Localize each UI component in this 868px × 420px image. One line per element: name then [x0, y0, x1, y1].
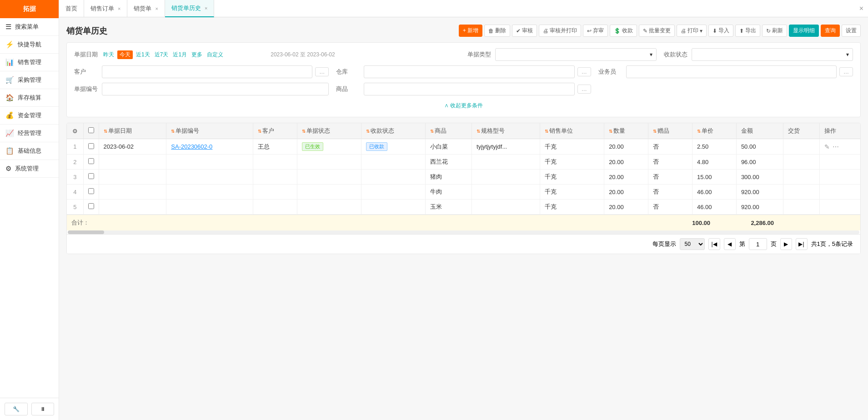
goods-ellipsis[interactable]: … — [577, 85, 591, 94]
cell-sales-unit: 千克 — [540, 200, 604, 215]
tab-sales-order-close[interactable]: × — [118, 6, 120, 11]
sidebar-item-ops[interactable]: 📈 经营管理 — [0, 125, 59, 142]
edit-action-icon[interactable]: ✎ — [824, 143, 830, 150]
new-button[interactable]: + 新增 — [459, 25, 482, 37]
col-quantity[interactable]: ⇅数量 — [604, 123, 648, 139]
sidebar-footer-btn1[interactable]: 🔧 — [5, 403, 28, 415]
scrollbar-thumb[interactable] — [68, 230, 104, 234]
tab-sales-delivery[interactable]: 销货单 × — [127, 0, 165, 17]
warehouse-ellipsis[interactable]: … — [577, 67, 591, 76]
review-print-button[interactable]: 🖨 审核并打印 — [539, 25, 581, 37]
page-input[interactable] — [749, 238, 767, 250]
cell-gift: 否 — [648, 185, 692, 200]
per-page-select[interactable]: 50 100 200 — [680, 238, 705, 250]
first-page-btn[interactable]: |◀ — [708, 238, 720, 250]
sidebar-item-sys-mgmt[interactable]: ⚙ 系统管理 — [0, 160, 59, 178]
shortcut-more[interactable]: 更多 — [190, 50, 204, 59]
filter-date-range: 2023-06-02 至 2023-06-02 — [271, 51, 460, 59]
col-unit-price[interactable]: ⇅单价 — [692, 123, 736, 139]
show-detail-button[interactable]: 显示明细 — [789, 25, 819, 37]
tab-sales-delivery-close[interactable]: × — [155, 6, 158, 11]
salesperson-ellipsis[interactable]: … — [839, 67, 853, 76]
settings-button[interactable]: 设置 — [842, 25, 861, 37]
col-date[interactable]: ⇅单据日期 — [99, 123, 166, 139]
shortcut-today[interactable]: 今天 — [117, 50, 133, 59]
doc-no-link[interactable]: SA-20230602-0 — [171, 143, 212, 150]
review-button[interactable]: ✔ 审核 — [512, 25, 537, 37]
row-checkbox[interactable] — [88, 143, 94, 149]
refresh-icon: ↻ — [766, 28, 771, 34]
prev-page-btn[interactable]: ◀ — [724, 238, 736, 250]
more-action-icon[interactable]: ⋯ — [833, 143, 839, 150]
customer-ellipsis[interactable]: … — [315, 67, 329, 76]
shortcut-1month[interactable]: 近1月 — [171, 50, 188, 59]
cell-checkbox[interactable] — [83, 185, 99, 200]
tab-home[interactable]: 首页 — [59, 0, 84, 17]
next-page-btn[interactable]: ▶ — [780, 238, 792, 250]
cell-amount: 300.00 — [736, 170, 783, 185]
payment-status-select[interactable]: ▾ — [692, 48, 853, 61]
export-button[interactable]: ⬆ 导出 — [735, 25, 760, 37]
row-checkbox[interactable] — [88, 188, 94, 194]
customer-input[interactable] — [102, 65, 312, 78]
col-checkbox[interactable] — [83, 123, 99, 139]
shortcut-custom[interactable]: 自定义 — [206, 50, 225, 59]
col-sales-unit[interactable]: ⇅销售单位 — [540, 123, 604, 139]
cell-customer — [253, 200, 297, 215]
tab-close-all[interactable]: × — [855, 5, 868, 13]
batch-change-button[interactable]: ✎ 批量变更 — [639, 25, 675, 37]
col-goods[interactable]: ⇅商品 — [426, 123, 472, 139]
row-checkbox[interactable] — [88, 173, 94, 179]
cell-goods: 玉米 — [426, 200, 472, 215]
select-all-checkbox[interactable] — [88, 127, 94, 133]
doc-no-input[interactable] — [102, 83, 329, 95]
last-page-btn[interactable]: ▶| — [796, 238, 808, 250]
col-doc-status[interactable]: ⇅单据状态 — [297, 123, 361, 139]
spec-sort-icon: ⇅ — [477, 129, 480, 134]
horizontal-scrollbar[interactable] — [68, 230, 859, 234]
shortcut-7day[interactable]: 近7天 — [153, 50, 170, 59]
cell-checkbox[interactable] — [83, 170, 99, 185]
shortcut-yesterday[interactable]: 昨天 — [102, 50, 115, 59]
refresh-button[interactable]: ↻ 刷新 — [762, 25, 787, 37]
sidebar-item-basic-info[interactable]: 📋 基础信息 — [0, 142, 59, 160]
cell-checkbox[interactable] — [83, 139, 99, 155]
sidebar-item-search-menu[interactable]: ☰ 搜索菜单 — [0, 18, 59, 36]
shortcut-1day[interactable]: 近1天 — [135, 50, 151, 59]
query-button[interactable]: 查询 — [821, 25, 840, 37]
import-button[interactable]: ⬇ 导入 — [708, 25, 733, 37]
cell-seq: 4 — [67, 185, 83, 200]
sidebar-item-finance[interactable]: 💰 资金管理 — [0, 107, 59, 125]
abandon-button[interactable]: ↩ 弃审 — [583, 25, 608, 37]
delete-button[interactable]: 🗑 删除 — [484, 25, 510, 37]
col-payment-status[interactable]: ⇅收款状态 — [361, 123, 425, 139]
row-checkbox[interactable] — [88, 203, 94, 209]
tab-sales-order[interactable]: 销售订单 × — [84, 0, 127, 17]
sidebar-item-sales-mgmt[interactable]: 📊 销售管理 — [0, 54, 59, 71]
collapse-filters[interactable]: ∧ 收起更多条件 — [74, 100, 853, 111]
col-doc-no[interactable]: ⇅单据编号 — [166, 123, 253, 139]
doc-type-select[interactable]: ▾ — [495, 48, 657, 61]
cell-checkbox[interactable] — [83, 155, 99, 170]
cell-gift: 否 — [648, 200, 692, 215]
sidebar-item-purchase-mgmt[interactable]: 🛒 采购管理 — [0, 71, 59, 89]
print-button[interactable]: 🖨 打印 ▾ — [677, 25, 707, 37]
cell-checkbox[interactable] — [83, 200, 99, 215]
filter-goods: 商品 … — [336, 83, 591, 95]
col-spec[interactable]: ⇅规格型号 — [472, 123, 540, 139]
tab-sales-history-close[interactable]: × — [205, 5, 207, 11]
sidebar-footer-btn2[interactable]: ⏸ — [31, 403, 55, 415]
warehouse-input[interactable] — [364, 65, 574, 78]
sidebar-item-inventory[interactable]: 🏠 库存核算 — [0, 89, 59, 107]
col-gift[interactable]: ⇅赠品 — [648, 123, 692, 139]
tab-sales-history[interactable]: 销货单历史 × — [165, 0, 214, 17]
goods-input[interactable] — [364, 83, 574, 95]
col-settings[interactable]: ⚙ — [67, 123, 83, 139]
cell-spec — [472, 155, 540, 170]
collect-button[interactable]: 💲 收款 — [610, 25, 637, 37]
sidebar-item-quick-nav[interactable]: ⚡ 快捷导航 — [0, 36, 59, 54]
table-row: 4 牛肉 千克 20.00 否 46.00 920.00 — [67, 185, 860, 200]
salesperson-input[interactable] — [626, 65, 837, 78]
col-customer[interactable]: ⇅客户 — [253, 123, 297, 139]
row-checkbox[interactable] — [88, 158, 94, 164]
